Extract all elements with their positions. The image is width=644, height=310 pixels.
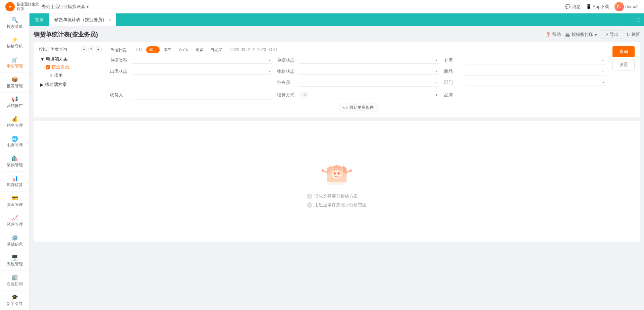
department-select[interactable]: ▾ xyxy=(466,79,606,86)
svg-point-1 xyxy=(328,182,345,186)
collapse-scheme-btn[interactable]: ≪ xyxy=(96,46,102,52)
receiver-input[interactable] xyxy=(133,91,266,98)
add-scheme-btn[interactable]: + xyxy=(81,46,87,52)
mobile-scheme-group: ▶ 移动端方案 xyxy=(39,81,102,89)
sidebar-item-newbie[interactable]: 🎓 新手引导 xyxy=(0,291,29,310)
brand-dots-icon[interactable]: ··· xyxy=(600,92,604,97)
scheme-tree: ▼ 电脑端方案 ✓ 按业务员 ⊞ 按单 xyxy=(39,55,102,89)
query-button[interactable]: 查询 xyxy=(612,46,635,57)
warehouse-filter: 仓库 ··· xyxy=(444,56,606,64)
user-area[interactable]: Ea demo2 xyxy=(614,2,639,11)
empty-tip-2: 2 用过滤条件来缩小分析范围 xyxy=(307,202,367,208)
receiver-dots-icon[interactable]: ··· xyxy=(266,92,270,97)
salesperson-dots-icon[interactable]: ··· xyxy=(433,80,437,85)
print-template-btn[interactable]: 🖨️ 按模板打印 ▾ xyxy=(565,32,597,38)
warehouse-label: 仓库 xyxy=(444,57,463,63)
sidebar-item-enterprise[interactable]: 🏢 企业协同 xyxy=(0,271,29,291)
collapse-btn[interactable]: ∧∧ 收起更多条件 xyxy=(338,103,378,112)
sidebar-item-inventory[interactable]: 📊 库存核算 xyxy=(0,172,29,192)
app-icon: 📱 xyxy=(586,4,591,9)
tab-restore-btn[interactable]: □ xyxy=(637,17,640,23)
sidebar-item-basic[interactable]: ⚙️ 基础信息 xyxy=(0,231,29,251)
doc-type-select[interactable]: ▾ xyxy=(131,57,272,64)
page-actions: ❓ 帮助 🖨️ 按模板打印 ▾ ↗ 导出 ↻ 刷新 xyxy=(545,30,640,39)
doc-status-filter: 单据状态 ▾ xyxy=(277,56,439,64)
goods-select[interactable]: ··· xyxy=(466,67,606,75)
settings-button[interactable]: 设置 xyxy=(612,59,635,70)
sidebar-item-retail[interactable]: 🛒 零售管理 xyxy=(0,53,29,73)
warehouse-select[interactable]: ··· xyxy=(466,56,606,64)
export-btn[interactable]: ↗ 导出 xyxy=(601,30,622,39)
salesperson-label: 业务员 xyxy=(277,80,296,86)
pc-group-chevron-icon: ▼ xyxy=(40,57,45,62)
edit-scheme-btn[interactable]: ✎ xyxy=(88,46,94,52)
doc-status-select[interactable]: ▾ xyxy=(299,57,439,64)
print-chevron-icon: ▾ xyxy=(595,32,597,37)
pc-group-header[interactable]: ▼ 电脑端方案 xyxy=(39,55,102,63)
sidebar-search[interactable]: 🔍 搜索菜单 xyxy=(0,13,29,33)
brand-select[interactable]: ··· xyxy=(466,91,606,99)
header-left: 畅捷通好生意 标版 办公用品行业模拟账套 ▾ xyxy=(5,2,89,11)
tip-num-1: 1 xyxy=(307,194,312,199)
goods-dots-icon[interactable]: ··· xyxy=(600,68,604,74)
goods-filter: 商品 ··· xyxy=(444,67,606,75)
tab-home[interactable]: 首页 xyxy=(30,13,49,26)
section-title: 按以下方案查询 + ✎ ≪ xyxy=(39,46,102,52)
sidebar-item-finance[interactable]: 💳 资金管理 xyxy=(0,192,29,211)
date-tab-last-month[interactable]: 上月 xyxy=(131,46,145,53)
date-tab-this-month[interactable]: 本月 xyxy=(146,46,160,53)
date-tab-this-year[interactable]: 本年 xyxy=(161,46,174,53)
marketing-icon: 📢 xyxy=(1,96,28,102)
date-tab-last7[interactable]: 近7天 xyxy=(176,46,192,53)
filter-grid-row3: 业务员 ··· 部门 ▾ xyxy=(110,78,606,87)
order-icon: ⊞ xyxy=(50,73,53,78)
tip-num-2: 2 xyxy=(307,202,312,208)
date-filter-row: 单据日期 上月 本月 本年 近7天 更多 自定义 2023-03-01 至 20… xyxy=(110,46,606,53)
active-dot: ✓ xyxy=(46,65,50,69)
app-download-btn[interactable]: 📱 App下载 xyxy=(586,4,609,10)
payment-status-label: 收款状态 xyxy=(277,68,296,74)
sidebar-item-system[interactable]: 🖥️ 系统管理 xyxy=(0,251,29,271)
mobile-group-header[interactable]: ▶ 移动端方案 xyxy=(39,81,102,89)
doc-status-label: 单据状态 xyxy=(277,57,296,63)
salesperson-select[interactable]: ··· xyxy=(299,78,439,87)
sidebar: 🔍 搜索菜单 ⚡ 快捷导航 🛒 零售管理 📦 批发管理 📢 营销推广 💰 销售管… xyxy=(0,13,30,310)
tab-minimize-btn[interactable]: — xyxy=(629,17,634,23)
sidebar-quick-nav[interactable]: ⚡ 快捷导航 xyxy=(0,33,29,53)
tree-item-by-order[interactable]: ⊞ 按单 xyxy=(39,71,102,79)
out-status-label: 出库状态 xyxy=(110,68,129,74)
sales-icon: 💰 xyxy=(1,116,28,122)
settlement-select[interactable]: × ▾ xyxy=(299,91,439,99)
date-tab-more[interactable]: 更多 xyxy=(193,46,206,53)
sidebar-item-wholesale[interactable]: 📦 批发管理 xyxy=(0,73,29,93)
warehouse-dots-icon[interactable]: ··· xyxy=(600,57,604,63)
sidebar-item-operation[interactable]: 📈 经营管理 xyxy=(0,211,29,231)
out-status-select[interactable]: ▾ xyxy=(131,68,272,75)
goods-label: 商品 xyxy=(444,68,463,74)
page-title-bar: 销货单统计表(按业务员) ❓ 帮助 🖨️ 按模板打印 ▾ ↗ 导出 xyxy=(34,30,640,39)
filter-grid-row4: 收货人 ··· 结算方式 xyxy=(110,89,606,100)
payment-status-select[interactable]: ▾ xyxy=(299,68,439,75)
settlement-tag-close[interactable]: × xyxy=(304,93,306,97)
tab-active[interactable]: 销货单统计表（按业务员） × xyxy=(49,13,116,26)
settlement-tag: × xyxy=(300,92,309,97)
department-filter: 部门 ▾ xyxy=(444,78,606,87)
tab-close-btn[interactable]: × xyxy=(109,18,111,22)
sidebar-item-purchase[interactable]: 🛍️ 采购管理 xyxy=(0,152,29,172)
scheme-actions: + ✎ ≪ xyxy=(81,46,102,52)
refresh-btn[interactable]: ↻ 刷新 xyxy=(626,32,640,38)
sidebar-item-sales[interactable]: 💰 销售管理 xyxy=(0,112,29,132)
logo-text: 畅捷通好生意 标版 xyxy=(17,2,39,11)
finance-icon: 💳 xyxy=(1,195,28,201)
message-btn[interactable]: 💬 消息 xyxy=(565,4,581,10)
tree-item-by-salesperson[interactable]: ✓ 按业务员 xyxy=(39,63,102,71)
help-btn[interactable]: ❓ 帮助 xyxy=(545,32,561,38)
query-filters: 单据日期 上月 本月 本年 近7天 更多 自定义 2023-03-01 至 20… xyxy=(110,46,606,113)
sidebar-item-ecommerce[interactable]: 🌐 电商管理 xyxy=(0,132,29,152)
page-title: 销货单统计表(按业务员) xyxy=(34,31,98,39)
tab-bar: 首页 销货单统计表（按业务员） × — □ xyxy=(30,13,644,26)
empty-tip-1: 1 请先选择要分析的方案 xyxy=(307,193,367,199)
sidebar-item-marketing[interactable]: 📢 营销推广 xyxy=(0,93,29,112)
date-tab-custom[interactable]: 自定义 xyxy=(208,46,225,53)
svg-point-7 xyxy=(339,172,340,173)
